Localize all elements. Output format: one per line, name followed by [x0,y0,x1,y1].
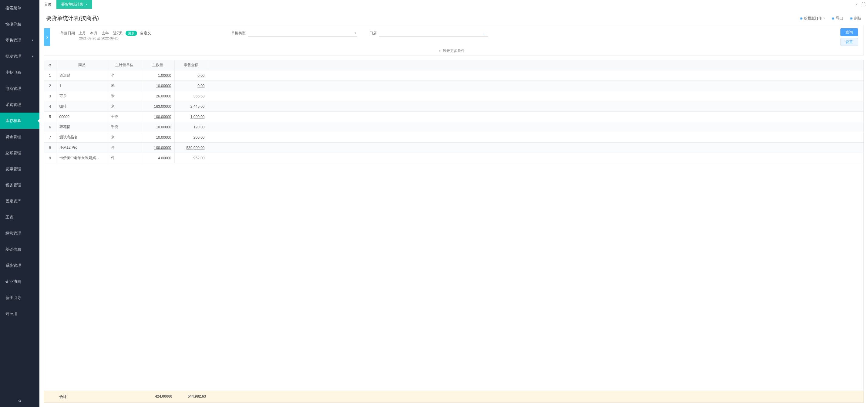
cell-qty[interactable]: 4.00000 [141,153,175,163]
refresh-button[interactable]: ◉ 刷新 [850,16,861,21]
sidebar-item-base[interactable]: 基础信息 [0,241,39,257]
cell-amount[interactable]: 0.00 [175,81,208,91]
sidebar-item-invoice[interactable]: 发票管理 [0,161,39,177]
sidebar-item-fixed-assets[interactable]: 固定资产 [0,193,39,209]
sidebar-item-ecommerce-a[interactable]: 小畅电商 [0,64,39,81]
cell-qty[interactable]: 10.00000 [141,122,175,132]
settings-label: 设置 [845,39,853,45]
cell-unit: 米 [108,132,141,143]
cell-amount[interactable]: 539,900.00 [175,143,208,153]
sidebar-item-collab[interactable]: 企业协同 [0,273,39,290]
cell-amount[interactable]: 2,445.00 [175,101,208,112]
expand-more-filters[interactable]: ▾ 展开更多条件 [44,46,860,53]
table-row[interactable]: 1奥运贴个1.000000.00 [44,70,863,81]
totals-qty: 424.00000 [142,391,175,402]
query-button[interactable]: 查询 [840,28,858,36]
shortcut-last7[interactable]: 近7天 [112,30,124,36]
tab-report[interactable]: 要货单统计表 × [56,0,92,9]
shortcut-last-month[interactable]: 上月 [78,30,87,36]
totals-label: 合计 [56,391,108,402]
cell-qty[interactable]: 100.00000 [141,143,175,153]
sidebar-item-search[interactable]: 搜索菜单 [0,0,39,16]
table-row[interactable]: 7测试商品名米10.00000200.00 [44,132,863,143]
table-row[interactable]: 3可乐米26.00000365.63 [44,91,863,101]
sidebar-item-quicknav[interactable]: 快捷导航 [0,16,39,32]
filter-expand-handle[interactable]: ❯ [44,28,50,46]
cell-product: 测试商品名 [56,132,108,143]
filter-store: 门店 … [369,28,488,38]
table-body[interactable]: 1奥运贴个1.000000.0021米10.000000.003可乐米26.00… [44,70,863,390]
cell-amount[interactable]: 200.00 [175,132,208,143]
store-select[interactable]: … [379,29,488,37]
cell-amount[interactable]: 0.00 [175,70,208,81]
refresh-icon: ◉ [850,17,853,20]
sidebar-item-purchase[interactable]: 采购管理 [0,96,39,113]
print-icon: ◉ [800,17,803,20]
sidebar-item-label: 采购管理 [5,102,21,108]
sidebar-item-payroll[interactable]: 工资 [0,209,39,225]
close-all-icon[interactable]: × [855,2,857,7]
export-label: 导出 [836,16,843,21]
cell-spacer [208,122,863,132]
cell-index: 6 [44,122,56,132]
cell-amount[interactable]: 120.00 [175,122,208,132]
sidebar-item-label: 企业协同 [5,279,21,284]
table-row[interactable]: 8小米12 Pro台100.00000539,900.00 [44,143,863,153]
cell-amount[interactable]: 1,000.00 [175,112,208,122]
sidebar-item-label: 快捷导航 [5,22,21,27]
shortcut-custom[interactable]: 自定义 [139,30,152,36]
sidebar-item-tax[interactable]: 税务管理 [0,177,39,193]
cell-product: 00000 [56,112,108,122]
cell-qty[interactable]: 26.00000 [141,91,175,101]
sidebar-settings[interactable]: ⚙ [0,395,39,407]
shortcut-this-month[interactable]: 本月 [89,30,99,36]
table-row[interactable]: 21米10.000000.00 [44,81,863,91]
fullscreen-icon[interactable]: ⛶ [862,2,866,7]
cell-qty[interactable]: 100.00000 [141,112,175,122]
shortcut-more[interactable]: 更多 [126,31,137,36]
print-button[interactable]: ◉ 按模版打印 ▾ [800,16,825,21]
table-row[interactable]: 4咖啡米163.000002,445.00 [44,101,863,112]
header-product[interactable]: 商品 [56,60,108,70]
column-settings[interactable]: ⚙ [44,60,56,70]
cell-qty[interactable]: 163.00000 [141,101,175,112]
cell-product: 可乐 [56,91,108,101]
sidebar-item-label: 系统管理 [5,263,21,268]
sidebar-item-ecommerce-b[interactable]: 电商管理 [0,81,39,96]
filter-settings-button[interactable]: 设置 [840,38,858,46]
close-icon[interactable]: × [86,3,87,6]
sidebar-item-retail[interactable]: 零售管理▼ [0,32,39,48]
sidebar-item-label: 资金管理 [5,134,21,140]
sidebar-list: 搜索菜单 快捷导航 零售管理▼ 批发管理▼ 小畅电商 电商管理 采购管理 库存核… [0,0,39,395]
sidebar-item-inventory[interactable]: 库存核算 [0,113,39,129]
cell-qty[interactable]: 10.00000 [141,81,175,91]
sidebar-item-guide[interactable]: 新手引导 [0,290,39,306]
cell-amount[interactable]: 365.63 [175,91,208,101]
cell-qty[interactable]: 10.00000 [141,132,175,143]
tab-home[interactable]: 首页 [39,0,56,9]
header-unit[interactable]: 主计量单位 [108,60,141,70]
sidebar-item-wholesale[interactable]: 批发管理▼ [0,48,39,64]
sidebar-item-system[interactable]: 系统管理 [0,257,39,273]
export-button[interactable]: ◉ 导出 [832,16,843,21]
header-qty[interactable]: 主数量 [141,60,175,70]
shortcut-this-year[interactable]: 去年 [100,30,110,36]
sidebar-item-ledger[interactable]: 总账管理 [0,145,39,161]
header-amount[interactable]: 零售金额 [175,60,208,70]
sidebar-item-biz[interactable]: 经营管理 [0,225,39,241]
cell-unit: 台 [108,143,141,153]
cell-amount[interactable]: 952.00 [175,153,208,163]
report-table-header: ⚙ 商品 主计量单位 主数量 零售金额 [44,60,863,70]
tab-label: 要货单统计表 [61,2,83,7]
cell-qty[interactable]: 1.00000 [141,70,175,81]
sidebar-item-label: 小畅电商 [5,70,21,75]
cell-spacer [208,91,863,101]
table-row[interactable]: 9卡伊美中老年女装妈妈...件4.00000952.00 [44,153,863,163]
table-row[interactable]: 500000千克100.000001,000.00 [44,112,863,122]
sidebar-item-funds[interactable]: 资金管理 [0,129,39,145]
cell-unit: 千克 [108,122,141,132]
sidebar-item-cloud[interactable]: 云应用 [0,306,39,322]
header-spacer [208,60,863,70]
table-row[interactable]: 6碎花裙千克10.00000120.00 [44,122,863,132]
doc-type-select[interactable]: ▾ [248,29,357,37]
